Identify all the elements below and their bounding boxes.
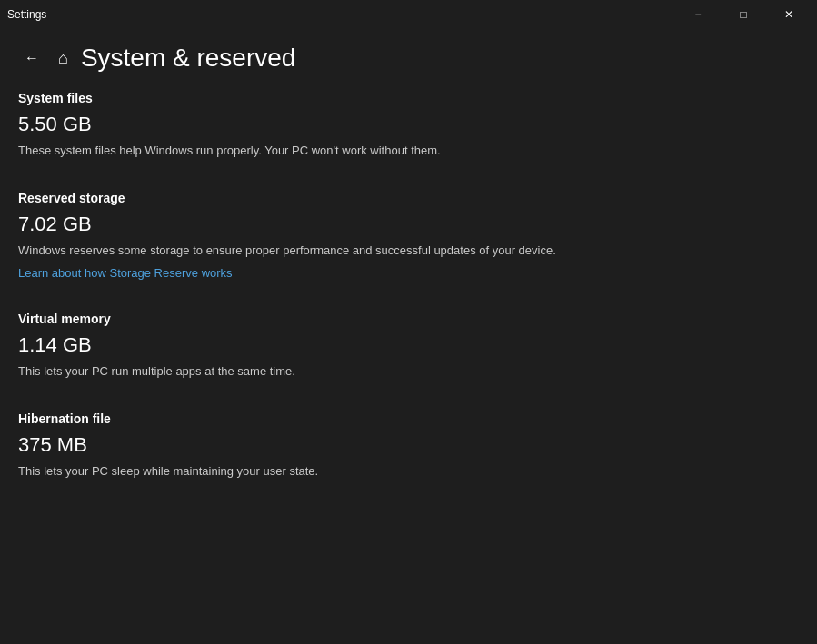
hibernation-file-section: Hibernation file 375 MB This lets your P… bbox=[18, 408, 799, 481]
virtual-memory-description: This lets your PC run multiple apps at t… bbox=[18, 362, 799, 381]
title-bar: Settings − □ ✕ bbox=[0, 0, 817, 29]
close-button[interactable]: ✕ bbox=[768, 0, 810, 29]
title-bar-controls: − □ ✕ bbox=[677, 0, 810, 29]
title-bar-title: Settings bbox=[7, 8, 46, 21]
storage-reserve-link[interactable]: Learn about how Storage Reserve works bbox=[18, 266, 233, 280]
maximize-button[interactable]: □ bbox=[722, 0, 764, 29]
back-button[interactable]: ← bbox=[18, 45, 45, 72]
hibernation-file-description: This lets your PC sleep while maintainin… bbox=[18, 462, 799, 481]
virtual-memory-title: Virtual memory bbox=[18, 312, 799, 326]
back-icon: ← bbox=[25, 50, 39, 66]
system-files-title: System files bbox=[18, 91, 799, 105]
page-title: System & reserved bbox=[81, 44, 296, 73]
hibernation-file-title: Hibernation file bbox=[18, 411, 799, 426]
title-bar-left: Settings bbox=[7, 8, 46, 21]
content-area: System files 5.50 GB These system files … bbox=[0, 91, 817, 480]
hibernation-file-size: 375 MB bbox=[18, 433, 799, 457]
reserved-storage-description: Windows reserves some storage to ensure … bbox=[18, 242, 799, 260]
system-files-description: These system files help Windows run prop… bbox=[18, 142, 799, 160]
minimize-button[interactable]: − bbox=[677, 0, 719, 29]
system-files-size: 5.50 GB bbox=[18, 113, 799, 136]
page-header: ← ⌂ System & reserved bbox=[0, 29, 817, 91]
home-icon[interactable]: ⌂ bbox=[58, 49, 68, 68]
reserved-storage-size: 7.02 GB bbox=[18, 213, 799, 236]
system-files-section: System files 5.50 GB These system files … bbox=[18, 91, 799, 160]
virtual-memory-size: 1.14 GB bbox=[18, 333, 799, 357]
virtual-memory-section: Virtual memory 1.14 GB This lets your PC… bbox=[18, 308, 799, 381]
reserved-storage-title: Reserved storage bbox=[18, 191, 799, 205]
reserved-storage-section: Reserved storage 7.02 GB Windows reserve… bbox=[18, 187, 799, 282]
